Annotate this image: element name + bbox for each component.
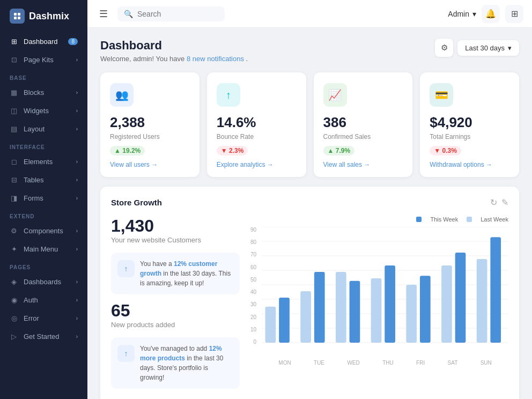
sidebar-item-main-menu[interactable]: ✦ Main Menu › (0, 240, 87, 258)
search-bar[interactable]: 🔍 (117, 6, 225, 21)
chart-area: This Week Last Week 90 80 70 60 50 40 30 (250, 216, 508, 395)
chevron-icon: › (76, 246, 78, 252)
dashboards-icon: ◈ (10, 277, 18, 286)
bar-this-week-3 (385, 265, 395, 343)
stat-card: 📈 386 Confirmed Sales ▲ 7.9% View all sa… (314, 72, 413, 177)
svg-rect-1 (18, 13, 20, 16)
svg-rect-0 (14, 13, 17, 16)
bar-last-week-2 (336, 272, 346, 343)
stat-value-2: 386 (323, 114, 403, 131)
x-axis-label: FRI (416, 360, 425, 366)
sidebar-item-widgets[interactable]: ◫ Widgets › (0, 101, 87, 120)
stat-value-1: 14.6% (217, 114, 297, 131)
sidebar-item-blocks[interactable]: ▦ Blocks › (0, 83, 87, 101)
change-badge-3: ▼ 0.3% (430, 146, 461, 156)
products-count: 65 (111, 301, 240, 321)
bar-last-week-3 (371, 278, 382, 343)
stat-icon-2: 📈 (323, 83, 347, 107)
stat-card: 💳 $4,920 Total Earnings ▼ 0.3% Withdrawa… (420, 72, 519, 177)
section-actions: ↻ ✎ (490, 197, 508, 208)
stat-icon-1: ↑ (217, 83, 240, 107)
sidebar-item-label: Blocks (24, 88, 44, 97)
svg-rect-2 (14, 17, 17, 19)
stat-card: ↑ 14.6% Bounce Rate ▼ 2.3% Explore analy… (207, 72, 306, 177)
page-header: Dashboard Welcome, admin! You have 8 new… (100, 39, 519, 63)
notification-link[interactable]: 8 new notifications (187, 55, 244, 63)
y-label-60: 60 (250, 264, 256, 270)
growth-content: 1,430 Your new website Customers ↑ You h… (111, 216, 508, 395)
products-growth-card: ↑ You've managed to add 12% more product… (111, 337, 240, 389)
menu-toggle-button[interactable]: ☰ (96, 5, 111, 23)
bar-this-week-4 (420, 276, 431, 343)
notifications-button[interactable]: 🔔 (482, 5, 500, 23)
sidebar-item-elements[interactable]: ◻ Elements › (0, 152, 87, 171)
growth-left: 1,430 Your new website Customers ↑ You h… (111, 216, 240, 395)
section-header: Store Growth ↻ ✎ (111, 197, 508, 208)
components-icon: ⚙ (10, 226, 18, 235)
stat-label-3: Total Earnings (430, 133, 509, 141)
sidebar-item-label: Layout (24, 125, 45, 133)
sidebar-section-interface: INTERFACE (0, 138, 87, 152)
search-input[interactable] (137, 10, 207, 18)
settings-button[interactable]: ⚙ (435, 39, 453, 57)
bar-last-week-6 (477, 259, 487, 343)
dashboard-icon: ⊞ (10, 37, 18, 46)
stat-link-0[interactable]: View all users → (110, 161, 190, 168)
admin-dropdown[interactable]: Admin ▾ (448, 10, 476, 18)
x-axis-label: MON (278, 360, 291, 366)
stat-change-1: ▼ 2.3% (217, 146, 297, 156)
date-filter-button[interactable]: Last 30 days ▾ (457, 40, 519, 56)
elements-icon: ◻ (10, 157, 18, 166)
chevron-icon: › (76, 228, 78, 234)
edit-icon[interactable]: ✎ (501, 197, 508, 208)
sidebar-item-label: Tables (24, 176, 44, 184)
sidebar-item-label: Auth (24, 296, 38, 304)
sidebar-item-forms[interactable]: ◨ Forms › (0, 189, 87, 207)
sidebar-item-dashboard[interactable]: ⊞ Dashboard 8 (0, 32, 87, 50)
blocks-icon: ▦ (10, 88, 18, 97)
get-started-icon: ▷ (10, 332, 18, 341)
sidebar-section-extend: EXTEND (0, 207, 87, 221)
chevron-icon: › (76, 177, 78, 183)
bar-chart (262, 227, 508, 356)
customers-label: Your new website Customers (111, 236, 240, 244)
forms-icon: ◨ (10, 194, 18, 202)
date-filter-chevron-icon: ▾ (508, 44, 512, 52)
sidebar-item-layout[interactable]: ▤ Layout › (0, 120, 87, 138)
stat-value-3: $4,920 (430, 114, 509, 131)
change-badge-0: ▲ 19.2% (110, 146, 145, 156)
chart-x-labels: MONTUEWEDTHUFRISATSUN (262, 360, 508, 366)
chevron-icon: › (76, 57, 78, 63)
sidebar-item-tables[interactable]: ⊟ Tables › (0, 171, 87, 189)
sidebar-item-page-kits[interactable]: ⊡ Page Kits › (0, 50, 87, 69)
bar-last-week-1 (300, 291, 311, 343)
sidebar-item-error[interactable]: ◎ Error › (0, 309, 87, 327)
tables-icon: ⊟ (10, 175, 18, 184)
stat-link-1[interactable]: Explore analytics → (217, 161, 297, 168)
stat-link-2[interactable]: View all sales → (323, 161, 403, 168)
stat-label-1: Bounce Rate (217, 133, 297, 141)
stat-link-3[interactable]: Withdrawal options → (430, 161, 509, 168)
change-badge-2: ▲ 7.9% (323, 146, 355, 156)
sidebar-section-base: BASE (0, 69, 87, 83)
stat-change-0: ▲ 19.2% (110, 146, 190, 156)
bar-last-week-4 (406, 285, 417, 343)
bar-this-week-5 (455, 253, 466, 343)
x-axis-label: WED (347, 360, 359, 366)
customers-count: 1,430 (111, 216, 240, 236)
sidebar-item-dashboards[interactable]: ◈ Dashboards › (0, 272, 87, 291)
x-axis-label: THU (382, 360, 394, 366)
sidebar-item-components[interactable]: ⚙ Components › (0, 221, 87, 240)
sidebar-item-auth[interactable]: ◉ Auth › (0, 291, 87, 309)
stat-cards: 👥 2,388 Registered Users ▲ 19.2% View al… (100, 72, 519, 177)
chart-legend: This Week Last Week (250, 216, 508, 223)
change-badge-1: ▼ 2.3% (217, 146, 248, 156)
grid-view-button[interactable]: ⊞ (505, 5, 523, 23)
sidebar-item-get-started[interactable]: ▷ Get Started › (0, 327, 87, 345)
refresh-icon[interactable]: ↻ (490, 197, 497, 208)
products-growth-text: You've managed to add 12% more products … (140, 344, 233, 382)
x-axis-label: SUN (481, 360, 492, 366)
page-subtitle: Welcome, admin! You have 8 new notificat… (100, 55, 248, 63)
svg-rect-3 (18, 17, 20, 19)
chevron-icon: › (76, 108, 78, 114)
